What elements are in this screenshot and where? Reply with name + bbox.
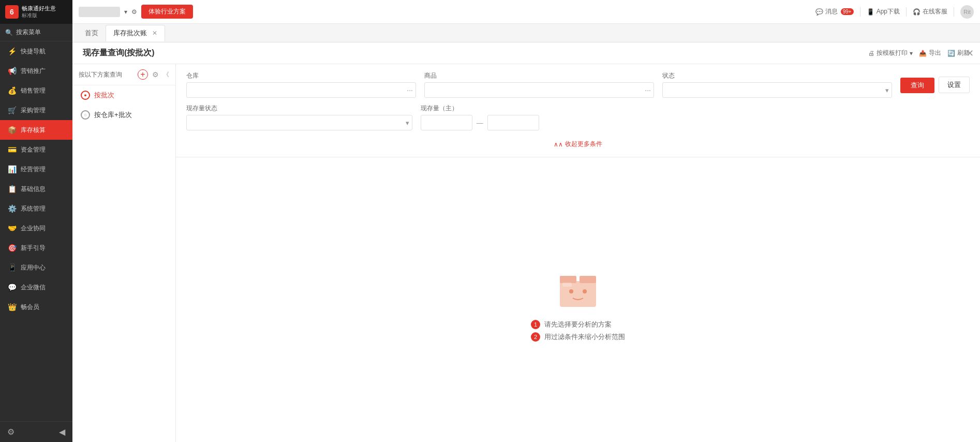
print-button[interactable]: 🖨 按模板打印 ▾: [868, 49, 913, 57]
sidebar-item-app-center[interactable]: 📱 应用中心: [0, 258, 72, 277]
status-select[interactable]: [662, 82, 892, 98]
tab-close-button[interactable]: ✕: [152, 30, 157, 37]
avatar[interactable]: Rit: [960, 5, 974, 19]
sidebar-item-label: 应用中心: [21, 263, 46, 272]
sidebar-collapse-button[interactable]: ◀: [59, 427, 65, 437]
empty-hint-2: 2 用过滤条件来缩小分析范围: [531, 332, 625, 342]
warehouse-dots[interactable]: ···: [407, 86, 413, 94]
query-button[interactable]: 查询: [900, 78, 934, 93]
tab-batch-account[interactable]: 库存批次账 ✕: [106, 25, 165, 41]
topbar-divider3: [954, 7, 954, 17]
sidebar-item-guide[interactable]: 🎯 新手引导: [0, 238, 72, 258]
sidebar-item-label: 快捷导航: [21, 47, 46, 56]
warehouse-label: 仓库: [186, 71, 416, 80]
sidebar-item-wechat[interactable]: 💬 企业微信: [0, 277, 72, 297]
sidebar-search[interactable]: 🔍 搜索菜单: [0, 24, 72, 41]
left-panel-header-actions: + ⚙ 《: [138, 69, 169, 80]
phone-icon: 📱: [867, 8, 874, 16]
empty-hints: 1 请先选择要分析的方案 2 用过滤条件来缩小分析范围: [531, 320, 625, 342]
chevron-up-icon: ∧∧: [554, 141, 563, 148]
page-title: 现存量查询(按批次): [83, 48, 155, 58]
product-dots[interactable]: ···: [645, 86, 651, 94]
sidebar-footer: ⚙ ◀: [0, 421, 72, 442]
scheme-item-by-batch[interactable]: ● 按批次: [72, 85, 175, 105]
basic-info-icon: 📋: [7, 184, 17, 194]
stock-qty-min-input[interactable]: [421, 115, 472, 130]
tab-batch-account-label: 库存批次账: [113, 28, 147, 38]
sidebar-item-cooperation[interactable]: 🤝 企业协同: [0, 218, 72, 238]
filter-row-2: 现存量状态 ▾ 现存量（主） —: [186, 104, 970, 130]
stock-qty-max-input[interactable]: [487, 115, 539, 130]
scheme-label: 按仓库+批次: [94, 110, 132, 120]
sidebar-item-basic-info[interactable]: 📋 基础信息: [0, 179, 72, 199]
sidebar-item-operations[interactable]: 📊 经营管理: [0, 159, 72, 179]
messages-button[interactable]: 💬 消息 99+: [815, 7, 854, 16]
sidebar-item-sales[interactable]: 💰 销售管理: [0, 81, 72, 100]
sidebar-settings-button[interactable]: ⚙: [7, 427, 14, 437]
scheme-settings-button[interactable]: ⚙: [152, 70, 159, 79]
collapse-label: 收起更多条件: [565, 140, 602, 149]
experience-button[interactable]: 体验行业方案: [141, 5, 193, 19]
sidebar-item-purchase[interactable]: 🛒 采购管理: [0, 100, 72, 120]
sidebar-item-system[interactable]: ⚙️ 系统管理: [0, 199, 72, 218]
sidebar-item-label: 经营管理: [21, 165, 46, 174]
topbar-settings-button[interactable]: ⚙: [131, 8, 137, 16]
add-scheme-button[interactable]: +: [138, 69, 148, 80]
svg-point-4: [583, 289, 587, 293]
online-service-button[interactable]: 🎧 在线客服: [913, 7, 947, 16]
empty-state: 1 请先选择要分析的方案 2 用过滤条件来缩小分析范围: [176, 157, 980, 442]
scheme-label: 按批次: [94, 91, 114, 100]
export-button[interactable]: 📤 导出: [919, 49, 941, 57]
sidebar-search-label: 搜索菜单: [16, 28, 41, 37]
sidebar-item-label: 系统管理: [21, 204, 46, 213]
sidebar-item-marketing[interactable]: 📢 营销推广: [0, 61, 72, 81]
sidebar-item-inventory[interactable]: 📦 库存核算: [0, 120, 72, 140]
setting-button[interactable]: 设置: [939, 77, 970, 93]
tab-home-label: 首页: [85, 28, 98, 38]
right-panel: 仓库 ··· 商品 ··· 状态: [176, 64, 980, 442]
topbar: ▾ ⚙ 体验行业方案 💬 消息 99+ 📱 App下载 🎧 在线客服 Rit: [72, 0, 980, 24]
messages-badge: 99+: [841, 8, 854, 15]
sidebar-item-quick-nav[interactable]: ⚡ 快捷导航: [0, 41, 72, 61]
app-download-button[interactable]: 📱 App下载: [867, 7, 900, 16]
print-chevron: ▾: [910, 50, 913, 57]
topbar-actions: 💬 消息 99+ 📱 App下载 🎧 在线客服 Rit: [815, 5, 974, 19]
stock-status-select[interactable]: [186, 115, 412, 130]
scheme-item-by-warehouse-batch[interactable]: ○ 按仓库+批次: [72, 105, 175, 125]
left-panel-header: 按以下方案查询 + ⚙ 《: [72, 64, 175, 85]
headset-icon: 🎧: [913, 8, 920, 16]
collapse-more-button[interactable]: ∧∧ 收起更多条件: [186, 137, 970, 150]
hint2-num: 2: [531, 332, 540, 342]
filter-stock-qty-range: —: [421, 115, 647, 130]
sidebar: 6 畅康通好生意 标准版 🔍 搜索菜单 ⚡ 快捷导航 📢 营销推广 💰 销售管理…: [0, 0, 72, 442]
filter-buttons: 查询 设置: [900, 77, 970, 93]
filter-stock-status: 现存量状态 ▾: [186, 104, 412, 130]
quick-nav-icon: ⚡: [7, 47, 17, 56]
filter-area: 仓库 ··· 商品 ··· 状态: [176, 64, 980, 157]
warehouse-input-wrap: ···: [186, 82, 416, 98]
product-input[interactable]: [424, 82, 654, 98]
panel-collapse-button[interactable]: 《: [163, 70, 169, 79]
status-label: 状态: [662, 71, 892, 80]
page-header: 现存量查询(按批次) 🖨 按模板打印 ▾ 📤 导出 🔄 刷新: [72, 42, 980, 64]
app-center-icon: 📱: [7, 263, 17, 272]
filter-product: 商品 ···: [424, 71, 654, 98]
printer-icon: 🖨: [868, 50, 874, 57]
sales-icon: 💰: [7, 86, 17, 95]
warehouse-input[interactable]: [186, 82, 416, 98]
filter-status: 状态 ▾: [662, 71, 892, 98]
svg-rect-2: [580, 276, 596, 283]
topbar-breadcrumb-placeholder: [79, 7, 120, 17]
sidebar-item-label: 畅会员: [21, 303, 39, 312]
sidebar-item-label: 营销推广: [21, 67, 46, 76]
topbar-chevron-button[interactable]: ▾: [124, 8, 127, 16]
sidebar-item-member[interactable]: 👑 畅会员: [0, 297, 72, 317]
sidebar-item-finance[interactable]: 💳 资金管理: [0, 140, 72, 159]
svg-rect-1: [560, 276, 576, 283]
product-input-wrap: ···: [424, 82, 654, 98]
operations-icon: 📊: [7, 165, 17, 174]
wechat-icon: 💬: [7, 283, 17, 292]
tab-home[interactable]: 首页: [78, 25, 106, 41]
sidebar-item-label: 基础信息: [21, 185, 46, 194]
app-download-label: App下载: [877, 7, 900, 16]
